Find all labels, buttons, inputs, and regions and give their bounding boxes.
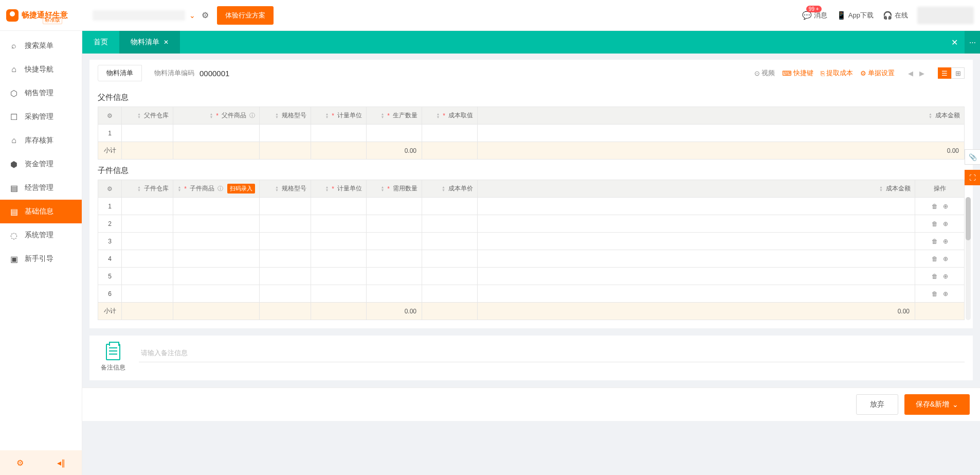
row-index: 5 [98,268,122,285]
child-section-title: 子件信息 [98,160,965,180]
phone-icon: 📱 [837,11,846,20]
row-index: 6 [98,285,122,303]
sort-icon[interactable]: ▲▼ [137,186,141,192]
sidebar-item-销售管理[interactable]: ⬡销售管理 [0,81,82,105]
attachment-button[interactable]: 📎 [965,149,980,165]
fullscreen-button[interactable]: ⛶ [965,170,980,185]
parent-col-settings-icon[interactable]: ⚙ [98,112,121,119]
user-avatar-masked[interactable] [917,7,974,24]
sidebar-item-icon: ⌂ [9,65,19,74]
online-support-link[interactable]: 🎧 在线 [883,11,908,20]
sort-icon[interactable]: ▲▼ [325,186,329,192]
row-index: 1 [98,125,122,142]
sort-icon[interactable]: ▲▼ [380,113,384,119]
remarks-panel: 备注信息 [89,336,973,380]
save-and-new-button[interactable]: 保存&新增 ⌄ [904,394,970,415]
action-shortcut[interactable]: ⌨快捷键 [782,68,813,78]
save-button-label: 保存&新增 [916,400,949,409]
tab-bom[interactable]: 物料清单 ✕ [119,31,180,54]
delete-row-icon[interactable]: 🗑 [932,290,938,297]
sort-icon[interactable]: ▲▼ [137,113,141,119]
sort-icon[interactable]: ▲▼ [436,113,440,119]
keyboard-icon: ⌨ [782,69,792,77]
child-table-scrollbar[interactable] [966,197,971,320]
settings-icon[interactable]: ⚙ [202,10,209,20]
sidebar-item-系统管理[interactable]: ◌系统管理 [0,223,82,247]
sort-icon[interactable]: ▲▼ [275,186,279,192]
child-table-row[interactable]: 3🗑⊕ [98,233,965,250]
add-row-icon[interactable]: ⊕ [943,203,948,210]
tabbar-more-button[interactable]: ⋯ [965,31,980,54]
sidebar-collapse-icon[interactable]: ◂∥ [57,458,65,468]
chevron-down-icon: ⌄ [952,400,958,409]
chevron-down-icon: ⌄ [189,11,195,20]
view-list-button[interactable]: ☰ [938,67,951,79]
sidebar-item-经营管理[interactable]: ▤经营管理 [0,176,82,200]
sort-icon[interactable]: ▲▼ [380,186,384,192]
sidebar-item-搜索菜单[interactable]: ⌕搜索菜单 [0,34,82,58]
help-icon[interactable]: ⓘ [249,112,255,119]
company-selector[interactable]: ⌄ [93,10,195,21]
content-tab-bom[interactable]: 物料清单 [98,65,142,81]
sort-icon[interactable]: ▲▼ [209,113,213,119]
add-row-icon[interactable]: ⊕ [943,290,948,297]
sort-icon[interactable]: ▲▼ [177,186,181,192]
sidebar-item-采购管理[interactable]: ☐采购管理 [0,105,82,129]
action-extract-cost[interactable]: ⎘提取成本 [821,68,853,78]
child-table-row[interactable]: 1🗑⊕ [98,198,965,215]
sidebar-item-icon: ▣ [9,254,19,263]
sidebar-item-label: 采购管理 [25,112,53,121]
action-video[interactable]: ⊙视频 [754,68,775,78]
sidebar-item-label: 销售管理 [25,89,53,98]
app-header: 畅捷通好生意 标准版 ⌄ ⚙ 体验行业方案 💬 消息 99 + 📱 App下载 … [0,0,980,31]
child-table-row[interactable]: 2🗑⊕ [98,215,965,233]
app-download-link[interactable]: 📱 App下载 [837,11,874,20]
sort-icon[interactable]: ▲▼ [325,113,329,119]
sort-icon[interactable]: ▲▼ [929,113,932,119]
parent-table-row[interactable]: 1 [98,125,965,142]
sidebar-item-新手引导[interactable]: ▣新手引导 [0,247,82,271]
sidebar-item-快捷导航[interactable]: ⌂快捷导航 [0,58,82,81]
remarks-input[interactable] [139,344,965,362]
tab-close-icon[interactable]: ✕ [164,39,169,46]
child-col-settings-icon[interactable]: ⚙ [98,185,121,192]
parent-subtotal-label: 小计 [98,142,122,160]
add-row-icon[interactable]: ⊕ [943,255,948,262]
edition-badge: 标准版 [43,16,62,24]
delete-row-icon[interactable]: 🗑 [932,273,938,280]
sort-icon[interactable]: ▲▼ [442,186,445,192]
child-table-row[interactable]: 6🗑⊕ [98,285,965,303]
tabbar-close-button[interactable]: ✕ [944,31,965,54]
sort-icon[interactable]: ▲▼ [275,113,279,119]
sidebar-settings-icon[interactable]: ⚙ [16,458,24,468]
view-grid-button[interactable]: ⊞ [951,67,965,79]
col-child-spec: 规格型号 [282,184,306,193]
sort-icon[interactable]: ▲▼ [879,186,883,192]
sidebar-item-label: 资金管理 [25,160,53,169]
scan-input-tag[interactable]: 扫码录入 [227,184,255,193]
delete-row-icon[interactable]: 🗑 [932,220,938,227]
cta-button[interactable]: 体验行业方案 [217,6,274,25]
tab-home[interactable]: 首页 [82,31,119,54]
sidebar-item-资金管理[interactable]: ⬢资金管理 [0,152,82,176]
child-subtotal-amount: 0.00 [478,303,915,320]
delete-row-icon[interactable]: 🗑 [932,238,938,245]
child-table-row[interactable]: 4🗑⊕ [98,250,965,268]
nav-prev-icon[interactable]: ◀ [906,68,915,78]
child-table-row[interactable]: 5🗑⊕ [98,268,965,285]
add-row-icon[interactable]: ⊕ [943,238,948,245]
add-row-icon[interactable]: ⊕ [943,220,948,227]
sidebar-item-库存核算[interactable]: ⌂库存核算 [0,129,82,152]
sidebar-item-基础信息[interactable]: ▤基础信息 [0,200,82,223]
discard-button[interactable]: 放弃 [856,394,898,415]
child-subtotal-qty: 0.00 [367,303,422,320]
nav-next-icon[interactable]: ▶ [917,68,927,78]
help-icon[interactable]: ⓘ [217,185,223,192]
col-child-unit: 计量单位 [337,184,362,193]
sidebar: ⌕搜索菜单⌂快捷导航⬡销售管理☐采购管理⌂库存核算⬢资金管理▤经营管理▤基础信息… [0,31,82,475]
delete-row-icon[interactable]: 🗑 [932,203,938,210]
delete-row-icon[interactable]: 🗑 [932,255,938,262]
add-row-icon[interactable]: ⊕ [943,273,948,280]
messages-link[interactable]: 💬 消息 99 + [802,11,827,20]
action-doc-settings[interactable]: ⚙单据设置 [860,68,895,78]
